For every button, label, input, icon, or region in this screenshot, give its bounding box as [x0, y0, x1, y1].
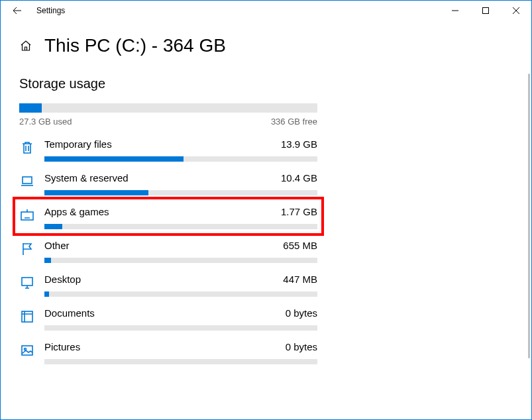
page-header: This PC (C:) - 364 GB [1, 21, 531, 63]
content-area: Storage usage 27.3 GB used 336 GB free T… [1, 63, 525, 415]
laptop-icon [19, 174, 35, 189]
minimize-button[interactable] [440, 1, 470, 21]
monitor-icon [19, 275, 35, 291]
category-body: Documents0 bytes [44, 307, 317, 331]
category-bar-fill [44, 190, 148, 195]
svg-rect-0 [483, 8, 489, 14]
category-system-reserved[interactable]: System & reserved10.4 GB [19, 166, 317, 199]
category-size: 655 MB [283, 240, 317, 251]
maximize-icon [482, 7, 489, 14]
category-bar [44, 291, 317, 297]
window-controls [440, 1, 531, 21]
picture-icon [19, 342, 35, 358]
overall-usage-fill [19, 103, 42, 113]
category-documents[interactable]: Documents0 bytes [19, 301, 317, 335]
category-desktop[interactable]: Desktop447 MB [19, 267, 317, 301]
overall-usage-bar [19, 103, 317, 113]
category-body: Pictures0 bytes [44, 341, 317, 364]
category-body: Apps & games1.77 GB [44, 206, 317, 229]
category-bar [44, 224, 317, 229]
minimize-icon [452, 7, 458, 14]
document-icon [19, 309, 35, 325]
scrollbar[interactable] [528, 74, 530, 358]
category-size: 1.77 GB [281, 206, 317, 217]
category-bar-fill [44, 291, 49, 297]
back-button[interactable] [5, 1, 30, 21]
overall-usage-labels: 27.3 GB used 336 GB free [19, 117, 317, 127]
category-body: System & reserved10.4 GB [44, 172, 317, 195]
trash-icon [19, 140, 35, 156]
category-bar-fill [44, 156, 184, 162]
settings-window: Settings This PC (C:) - 364 GB Storage u… [0, 0, 532, 420]
free-label: 336 GB free [271, 117, 317, 127]
home-icon[interactable] [19, 39, 32, 52]
category-name: Other [44, 240, 70, 251]
category-bar-fill [44, 258, 51, 263]
category-other[interactable]: Other655 MB [19, 233, 317, 267]
category-apps-games[interactable]: Apps & games1.77 GB [15, 199, 321, 233]
category-name: System & reserved [44, 172, 129, 184]
category-list: Temporary files13.9 GBSystem & reserved1… [19, 132, 317, 368]
category-name: Pictures [44, 341, 80, 352]
category-temporary-files[interactable]: Temporary files13.9 GB [19, 132, 317, 166]
category-size: 447 MB [283, 274, 317, 285]
keyboard-icon [19, 207, 35, 223]
category-size: 0 bytes [286, 307, 317, 319]
page-title: This PC (C:) - 364 GB [44, 35, 226, 56]
used-label: 27.3 GB used [19, 117, 72, 127]
category-size: 0 bytes [286, 341, 317, 352]
flag-icon [19, 241, 35, 257]
back-arrow-icon [12, 5, 23, 16]
category-bar [44, 156, 317, 162]
category-body: Desktop447 MB [44, 274, 317, 297]
category-bar [44, 359, 317, 364]
window-title: Settings [30, 6, 65, 15]
storage-usage-heading: Storage usage [19, 76, 506, 91]
close-button[interactable] [501, 1, 531, 21]
titlebar: Settings [1, 1, 531, 21]
category-bar [44, 190, 317, 195]
category-bar [44, 258, 317, 263]
category-name: Desktop [44, 274, 81, 285]
close-icon [513, 7, 519, 14]
category-bar [44, 325, 317, 331]
category-name: Apps & games [44, 206, 109, 217]
category-body: Other655 MB [44, 240, 317, 263]
category-body: Temporary files13.9 GB [44, 138, 317, 162]
category-size: 13.9 GB [281, 138, 317, 150]
category-size: 10.4 GB [281, 172, 317, 184]
maximize-button[interactable] [470, 1, 501, 21]
category-name: Temporary files [44, 138, 112, 150]
category-pictures[interactable]: Pictures0 bytes [19, 335, 317, 368]
category-bar-fill [44, 224, 62, 229]
category-name: Documents [44, 307, 95, 319]
